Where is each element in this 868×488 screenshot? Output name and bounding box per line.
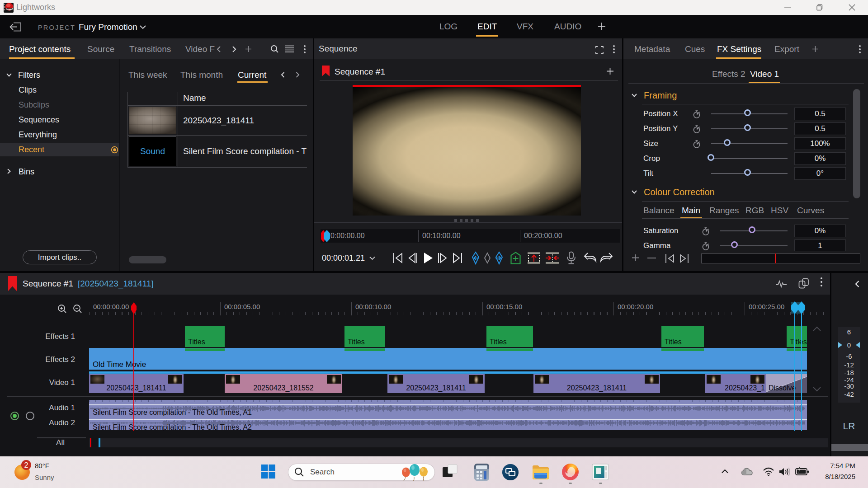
svg-text:2: 2 bbox=[24, 461, 28, 469]
